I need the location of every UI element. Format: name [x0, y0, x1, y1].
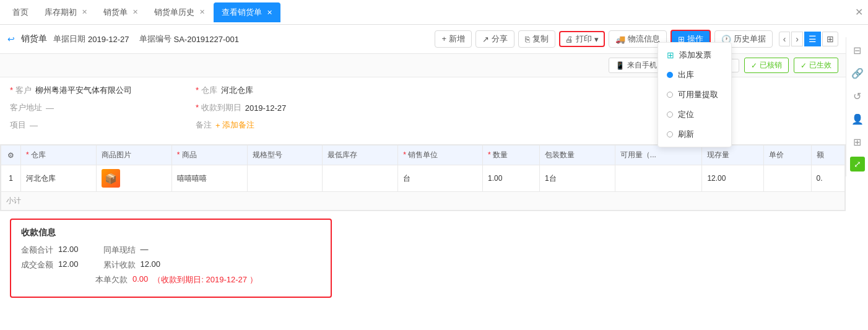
cumulative-label: 累计收款 [103, 259, 136, 271]
approved-button[interactable]: ✓ 已核销 [744, 58, 789, 73]
table-sidebar-icon[interactable]: ⊟ [851, 42, 864, 59]
col-available: 可用量（... [615, 145, 702, 165]
customer-label: 客户 [10, 85, 32, 96]
tab-sales[interactable]: 销货单 ✕ [96, 2, 145, 22]
col-current-stock: 现存量 [702, 145, 763, 165]
copy-button[interactable]: ⎘ 复制 [518, 30, 555, 48]
remark-label: 备注 [196, 119, 212, 131]
table-header-row: ⚙ * 仓库 商品图片 * 商品 规格型号 最低库存 * 销售单位 * 数量 包… [1, 145, 845, 165]
payment-title: 收款信息 [21, 227, 321, 238]
tab-view-sales-close[interactable]: ✕ [267, 9, 272, 17]
effective-button[interactable]: ✓ 已生效 [794, 58, 838, 73]
remark-field: 备注 + 添加备注 [196, 119, 369, 131]
grid-view-button[interactable]: ⊞ [822, 32, 838, 46]
print-label: 打印 [576, 33, 592, 45]
outbound-label: 出库 [678, 69, 694, 80]
customer-value: 柳州粤港平安气体有限公司 [35, 85, 132, 96]
col-quantity: * 数量 [483, 145, 540, 165]
doc-title-area: ↩ 销货单 单据日期 2019-12-27 单据编号 SA-20191227-0… [7, 33, 239, 45]
refresh-sidebar-icon[interactable]: ↺ [851, 88, 864, 105]
refresh-dot [667, 131, 673, 137]
tab-sales-history-label: 销货单历史 [154, 7, 194, 18]
row-available [615, 165, 702, 192]
doc-date-field: 单据日期 2019-12-27 [53, 33, 129, 45]
copy-label: 复制 [532, 33, 549, 45]
right-sidebar: ⊟ 🔗 ↺ 👤 ⊞ ⤢ [846, 37, 868, 176]
outbound-dot [667, 72, 673, 78]
available-qty-item[interactable]: 可用量提取 [658, 85, 731, 105]
share-button[interactable]: ↗ 分享 [475, 30, 514, 48]
print-icon: 🖨 [565, 35, 573, 44]
next-button[interactable]: › [791, 32, 803, 46]
product-table-wrapper: ⚙ * 仓库 商品图片 * 商品 规格型号 最低库存 * 销售单位 * 数量 包… [0, 144, 846, 211]
print-dropdown-icon: ▾ [594, 35, 599, 44]
refresh-label: 刷新 [678, 129, 694, 140]
add-invoice-item[interactable]: ⊞ 添加发票 [658, 45, 731, 65]
available-qty-dot [667, 92, 673, 98]
fullscreen-sidebar-icon[interactable]: ⤢ [850, 157, 865, 172]
print-button[interactable]: 🖨 打印 ▾ [559, 31, 605, 47]
current-debt-label: 本单欠款 [95, 274, 128, 285]
total-amount-item: 金额合计 12.00 [21, 245, 79, 256]
outbound-item[interactable]: 出库 [658, 65, 731, 85]
tab-sales-close[interactable]: ✕ [132, 8, 138, 16]
tab-inventory-close[interactable]: ✕ [82, 8, 87, 16]
project-field: 项目 — [10, 119, 183, 131]
cumulative-value: 12.00 [141, 259, 161, 271]
payment-date-label: 收款到期日 [196, 102, 241, 113]
doc-number-value: SA-20191227-001 [174, 35, 240, 44]
share-label: 分享 [492, 33, 508, 45]
table-row: 1 河北仓库 📦 嘻嘻嘻嘻 台 1.00 1台 12.00 [1, 165, 845, 192]
add-remark-label: 添加备注 [222, 119, 254, 131]
col-amount: 额 [811, 145, 844, 165]
col-image: 商品图片 [96, 145, 171, 165]
doc-number-label: 单据编号 [139, 33, 171, 45]
payment-row-2: 成交金额 12.00 累计收款 12.00 [21, 259, 321, 271]
doc-number-field: 单据编号 SA-20191227-001 [139, 33, 240, 45]
same-order-item: 同单现结 — [103, 245, 149, 256]
row-warehouse: 河北仓库 [21, 165, 97, 192]
new-button[interactable]: + 新增 [435, 30, 471, 48]
tab-sales-history-close[interactable]: ✕ [199, 8, 205, 16]
product-table: ⚙ * 仓库 商品图片 * 商品 规格型号 最低库存 * 销售单位 * 数量 包… [1, 145, 845, 211]
link-sidebar-icon[interactable]: 🔗 [849, 65, 866, 82]
prev-button[interactable]: ‹ [779, 32, 791, 46]
list-view-button[interactable]: ☰ [804, 32, 821, 46]
row-product: 嘻嘻嘻嘻 [171, 165, 247, 192]
grid-sidebar-icon[interactable]: ⊞ [851, 134, 864, 150]
subtotal-row: 小计 [1, 192, 845, 211]
col-min-stock: 最低库存 [323, 145, 398, 165]
payment-info: 收款信息 金额合计 12.00 同单现结 — 成交金额 12.00 累计收款 [10, 219, 332, 298]
due-date-text: （收款到期日: 2019-12-27 ） [153, 274, 257, 285]
approved-check-icon: ✓ [751, 61, 757, 70]
project-label: 项目 [10, 119, 26, 131]
doc-title: 销货单 [21, 33, 47, 45]
subtotal-label: 小计 [1, 192, 845, 211]
tab-home[interactable]: 首页 [5, 2, 36, 22]
view-toggle: ‹ › ☰ ⊞ [779, 32, 838, 46]
tab-inventory[interactable]: 库存期初 ✕ [37, 2, 95, 22]
effective-check-icon: ✓ [801, 61, 807, 70]
tab-view-sales-label: 查看销货单 [222, 7, 262, 18]
approved-label: 已核销 [760, 60, 782, 71]
tab-bar-close-button[interactable]: ✕ [855, 6, 863, 18]
col-settings[interactable]: ⚙ [1, 145, 21, 165]
total-amount-label: 金额合计 [21, 245, 53, 256]
row-image: 📦 [96, 165, 171, 192]
col-product: * 商品 [171, 145, 247, 165]
plus-icon: + [215, 121, 220, 130]
warehouse-label: 仓库 [196, 85, 217, 96]
page-container: 首页 库存期初 ✕ 销货单 ✕ 销货单历史 ✕ 查看销货单 ✕ ✕ ↩ 销货单 [0, 0, 868, 330]
from-phone-label: 来自手机 [627, 60, 657, 71]
tab-sales-history[interactable]: 销货单历史 ✕ [147, 2, 212, 22]
locate-item[interactable]: 定位 [658, 105, 731, 124]
effective-label: 已生效 [809, 60, 831, 71]
from-phone-button[interactable]: 📱 来自手机 [609, 58, 664, 73]
tab-view-sales[interactable]: 查看销货单 ✕ [214, 2, 280, 22]
phone-icon: 📱 [615, 61, 625, 70]
refresh-item[interactable]: 刷新 [658, 124, 731, 144]
row-current-stock: 12.00 [702, 165, 763, 192]
address-label: 客户地址 [10, 102, 42, 113]
user-sidebar-icon[interactable]: 👤 [849, 111, 866, 128]
add-remark-button[interactable]: + 添加备注 [215, 119, 254, 131]
